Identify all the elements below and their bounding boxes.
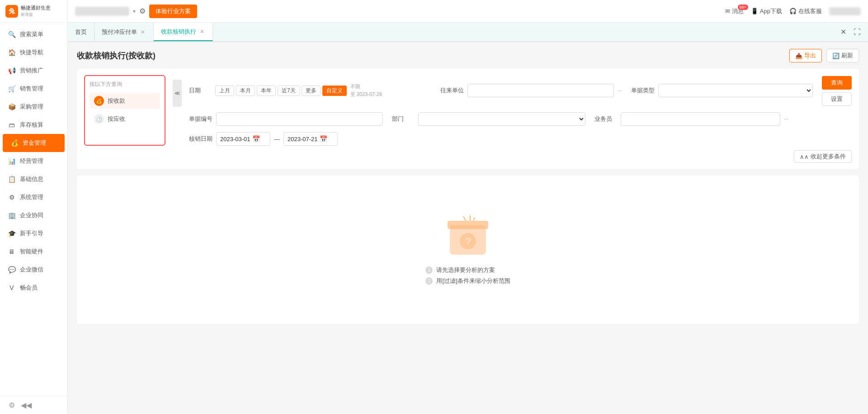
settings-button[interactable]: 设置 xyxy=(822,92,852,106)
message-button[interactable]: ✉ 消息 99+ xyxy=(725,7,744,15)
date-btn-this-year[interactable]: 本年 xyxy=(257,86,276,96)
export-label: 导出 xyxy=(804,52,816,60)
tab-home-label: 首页 xyxy=(75,28,87,36)
home-icon: 🏠 xyxy=(7,48,16,57)
sidebar-item-enterprise[interactable]: 🏢 企业协同 xyxy=(0,206,67,224)
page-header: 收款核销执行(按收款) 📤 导出 🔄 刷新 xyxy=(77,49,859,62)
collapse-panel-button[interactable]: ≪ xyxy=(173,80,182,107)
sidebar-item-search[interactable]: 🔍 搜索菜单 xyxy=(0,25,67,43)
tab-prepay-label: 预付冲应付单 xyxy=(102,28,137,36)
topbar-company-name xyxy=(75,7,129,16)
docno-input[interactable] xyxy=(216,112,383,126)
sidebar-item-weixin[interactable]: 💬 企业微信 xyxy=(0,261,67,279)
sidebar-label-search: 搜索菜单 xyxy=(20,30,43,38)
logo-title: 畅捷通好生意 xyxy=(21,5,51,11)
writeoff-start-value: 2023-03-01 xyxy=(220,136,250,143)
staff-more-btn[interactable]: ··· xyxy=(784,116,788,122)
filter-top: 按以下方查询 💰 按收款 🕐 按应收 ≪ xyxy=(84,75,852,146)
sidebar-item-system[interactable]: ⚙ 系统管理 xyxy=(0,188,67,206)
filter-option-receipt[interactable]: 💰 按收款 xyxy=(90,93,160,109)
sidebar-item-sales[interactable]: 🛒 销售管理 xyxy=(0,80,67,98)
dept-select[interactable] xyxy=(418,112,586,126)
marketing-icon: 📢 xyxy=(7,66,16,75)
date-btn-last-month[interactable]: 上月 xyxy=(215,86,234,96)
purchase-icon: 📦 xyxy=(7,102,16,111)
collapse-more-button[interactable]: ∧∧ 收起更多条件 xyxy=(794,150,852,163)
topbar-gear-icon[interactable]: ⚙ xyxy=(139,7,146,15)
writeoff-end-calendar-icon[interactable]: 📅 xyxy=(320,135,327,143)
writeoff-end-date[interactable]: 2023-07-21 📅 xyxy=(283,132,338,146)
tab-home[interactable]: 首页 xyxy=(68,23,94,41)
filter-group-staff: 业务员 ··· xyxy=(594,112,788,126)
sidebar-item-operation[interactable]: 📊 经营管理 xyxy=(0,152,67,170)
sidebar-label-operation: 经营管理 xyxy=(20,157,43,165)
receivable-option-icon: 🕐 xyxy=(94,114,104,124)
sidebar-label-basic: 基础信息 xyxy=(20,175,43,183)
writeoff-start-date[interactable]: 2023-03-01 📅 xyxy=(216,132,270,146)
filter-right: 日期 上月 本月 本年 近7天 更多 自定义 不限 至 xyxy=(189,75,852,146)
counterpart-label: 往来单位 xyxy=(440,86,464,95)
sidebar-item-guide[interactable]: 🎓 新手引导 xyxy=(0,224,67,243)
collapse-sidebar-icon[interactable]: ◀◀ xyxy=(22,400,31,409)
export-button[interactable]: 📤 导出 xyxy=(789,49,822,62)
tab-expand-icon[interactable]: ⛶ xyxy=(852,26,863,38)
sidebar-item-quicknav[interactable]: 🏠 快捷导航 xyxy=(0,43,67,62)
sidebar-label-hardware: 智能硬件 xyxy=(20,247,43,256)
message-badge: 99+ xyxy=(738,5,748,10)
date-buttons: 上月 本月 本年 近7天 更多 自定义 xyxy=(215,86,347,96)
refresh-button[interactable]: 🔄 刷新 xyxy=(826,49,859,62)
tab-collection-close[interactable]: ✕ xyxy=(199,28,205,36)
receipt-option-label: 按收款 xyxy=(108,97,125,105)
sidebar-item-basic[interactable]: 📋 基础信息 xyxy=(0,170,67,188)
app-download-button[interactable]: 📱 App下载 xyxy=(751,7,782,15)
sidebar-item-fund[interactable]: 💰 资金管理 xyxy=(3,134,65,152)
app-icon: 📱 xyxy=(751,8,758,14)
sidebar-item-hardware[interactable]: 🖥 智能硬件 xyxy=(0,243,67,261)
step-2-icon: 2 xyxy=(425,277,433,285)
filter-panel-title: 按以下方查询 xyxy=(90,81,160,88)
empty-text: 1 请先选择要分析的方案 2 用[过滤]条件来缩小分析范围 xyxy=(425,266,510,288)
settings-footer-icon[interactable]: ⚙ xyxy=(7,400,16,409)
inventory-icon: 🗃 xyxy=(7,120,16,129)
filter-group-dept: 部门 xyxy=(392,112,586,126)
receipt-option-icon: 💰 xyxy=(94,96,104,106)
filter-option-receivable[interactable]: 🕐 按应收 xyxy=(90,111,160,127)
member-icon: V xyxy=(7,283,16,292)
date-btn-more[interactable]: 更多 xyxy=(302,86,321,96)
filter-row-3: 核销日期 2023-03-01 📅 — 2023-07-21 📅 xyxy=(189,132,852,146)
online-service-button[interactable]: 🎧 在线客服 xyxy=(789,7,822,15)
tab-prepay-close[interactable]: ✕ xyxy=(140,28,146,36)
collapse-more-area: ∧∧ 收起更多条件 xyxy=(84,150,852,163)
date-btn-custom[interactable]: 自定义 xyxy=(322,86,347,96)
sidebar-item-inventory[interactable]: 🗃 库存核算 xyxy=(0,116,67,134)
sidebar-item-marketing[interactable]: 📢 营销推广 xyxy=(0,62,67,80)
filter-group-doctype: 单据类型 xyxy=(631,84,813,97)
date-btn-7days[interactable]: 近7天 xyxy=(278,86,300,96)
sidebar-item-purchase[interactable]: 📦 采购管理 xyxy=(0,98,67,116)
sidebar-label-enterprise: 企业协同 xyxy=(20,211,43,219)
sidebar-item-member[interactable]: V 畅会员 xyxy=(0,279,67,297)
staff-input[interactable] xyxy=(621,112,780,126)
sidebar-label-system: 系统管理 xyxy=(20,193,43,201)
service-icon: 🎧 xyxy=(789,8,797,14)
tab-prepay[interactable]: 预付冲应付单 ✕ xyxy=(94,23,154,41)
writeoff-start-calendar-icon[interactable]: 📅 xyxy=(252,135,260,143)
date-btn-this-month[interactable]: 本月 xyxy=(236,86,255,96)
filter-group-date: 日期 上月 本月 本年 近7天 更多 自定义 不限 至 xyxy=(189,83,431,98)
sales-icon: 🛒 xyxy=(7,84,16,93)
sidebar-label-guide: 新手引导 xyxy=(20,229,43,238)
filter-row-2: 单据编号 部门 业务员 ··· xyxy=(189,112,852,126)
industry-button[interactable]: 体验行业方案 xyxy=(149,5,197,18)
doctype-select[interactable] xyxy=(658,84,813,97)
query-button[interactable]: 查询 xyxy=(822,76,852,90)
main-area: ▾ ⚙ 体验行业方案 ✉ 消息 99+ 📱 App下载 🎧 在线客服 首页 xyxy=(68,0,868,414)
counterpart-more-btn[interactable]: ··· xyxy=(618,87,622,94)
sidebar-nav: 🔍 搜索菜单 🏠 快捷导航 📢 营销推广 🛒 销售管理 📦 采购管理 🗃 库存核… xyxy=(0,23,67,395)
tab-close-all-icon[interactable]: ✕ xyxy=(839,26,848,38)
tab-collection[interactable]: 收款核销执行 ✕ xyxy=(154,23,213,41)
page-header-actions: 📤 导出 🔄 刷新 xyxy=(789,49,859,62)
topbar-dropdown-icon[interactable]: ▾ xyxy=(133,8,136,14)
export-icon: 📤 xyxy=(795,52,802,59)
counterpart-input[interactable] xyxy=(467,84,614,97)
logo-text-area: 畅捷通好生意 标准版 xyxy=(21,5,51,17)
